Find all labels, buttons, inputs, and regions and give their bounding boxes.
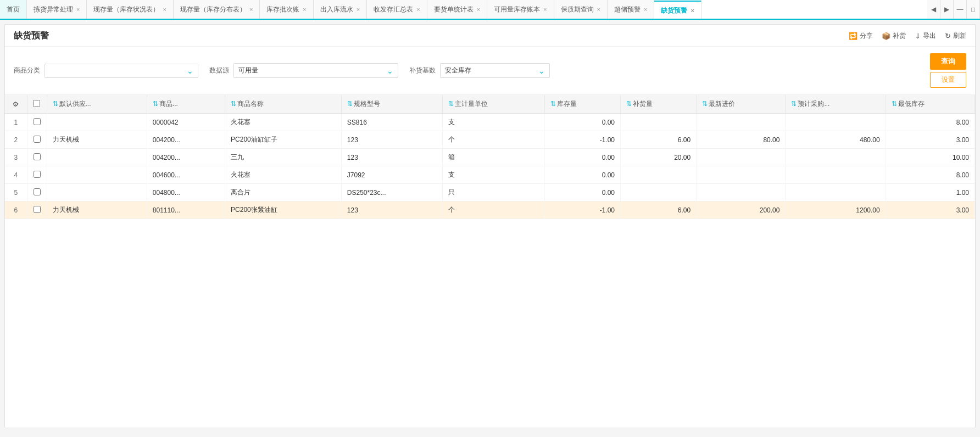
tab-close-batch-account[interactable]: × — [303, 6, 306, 13]
tab-close-shortage-warning[interactable]: × — [691, 7, 694, 14]
min-stock-column-header[interactable]: ⇅最低库存 — [886, 95, 975, 114]
est-purchase-cell — [786, 149, 886, 166]
tab-available-ledger[interactable]: 可用量库存账本× — [487, 0, 554, 19]
est-column-label: 预计采购... — [798, 100, 829, 108]
share-action[interactable]: 🔁 分享 — [849, 31, 873, 41]
spec-column-header[interactable]: ⇅规格型号 — [341, 95, 442, 114]
price-column-header[interactable]: ⇅最新进价 — [697, 95, 786, 114]
tab-label-inventory-status: 现存量（库存状况表） — [93, 5, 159, 14]
tab-label-demand-stats: 要货单统计表 — [434, 5, 474, 14]
tab-label-collect-summary: 收发存汇总表 — [374, 5, 413, 14]
filter-actions: 查询 设置 — [930, 53, 966, 88]
unit-column-header[interactable]: ⇅主计量单位 — [442, 95, 544, 114]
tab-close-inventory-status[interactable]: × — [163, 6, 166, 13]
supplier-cell — [47, 184, 147, 201]
export-action[interactable]: ⇓ 导出 — [915, 31, 936, 41]
page-title: 缺货预警 — [14, 30, 49, 42]
name-cell: 离合片 — [225, 184, 342, 201]
checkbox-column-header — [27, 95, 47, 114]
row-index: 3 — [5, 149, 27, 166]
tab-next-button[interactable]: ▶ — [940, 0, 954, 19]
min-stock-cell: 1.00 — [886, 184, 975, 201]
datasource-select[interactable]: 可用量 ⌄ — [233, 63, 398, 78]
tab-batch-account[interactable]: 库存批次账× — [260, 0, 313, 19]
tab-close-in-out-flow[interactable]: × — [357, 6, 360, 13]
row-checkbox[interactable] — [34, 171, 41, 178]
table-row: 3004200...三九123箱0.0020.0010.00 — [5, 149, 975, 166]
tab-expiry-query[interactable]: 保质期查询× — [554, 0, 608, 19]
supplier-cell — [47, 166, 147, 184]
code-cell: 801110... — [147, 201, 225, 219]
tab-close-overstock-warning[interactable]: × — [644, 6, 647, 13]
tab-prev-button[interactable]: ◀ — [927, 0, 940, 19]
tab-close-expiry-query[interactable]: × — [597, 6, 600, 13]
replenish-base-label: 补货基数 — [409, 66, 436, 75]
tab-abnormal[interactable]: 拣货异常处理× — [27, 0, 87, 19]
row-checkbox[interactable] — [34, 118, 41, 125]
est-purchase-column-header[interactable]: ⇅预计采购... — [786, 95, 886, 114]
tab-label-expiry-query: 保质期查询 — [561, 5, 594, 14]
category-select[interactable]: ⌄ — [44, 64, 198, 78]
row-checkbox[interactable] — [34, 188, 41, 195]
replenish-action[interactable]: 📦 补货 — [882, 31, 906, 41]
header-actions: 🔁 分享 📦 补货 ⇓ 导出 ↻ 刷新 — [849, 31, 966, 41]
tab-inventory-status[interactable]: 现存量（库存状况表）× — [87, 0, 173, 19]
table-row: 5004800...离合片DS250*23c...只0.001.00 — [5, 184, 975, 201]
datasource-arrow-icon: ⌄ — [387, 66, 393, 75]
stock-cell: 0.00 — [544, 184, 620, 201]
gear-column-header[interactable]: ⚙ — [5, 95, 27, 114]
price-cell — [697, 166, 786, 184]
replenish-cell — [620, 114, 696, 131]
table-header: ⚙ ⇅默认供应... ⇅商品... ⇅商品名称 ⇅规格型号 ⇅主计量单位 ⇅库存… — [5, 95, 975, 114]
row-checkbox[interactable] — [34, 153, 41, 160]
page-header: 缺货预警 🔁 分享 📦 补货 ⇓ 导出 ↻ 刷新 — [5, 25, 975, 47]
stock-column-header[interactable]: ⇅库存量 — [544, 95, 620, 114]
tab-in-out-flow[interactable]: 出入库流水× — [314, 0, 367, 19]
tab-home[interactable]: 首页 — [0, 0, 27, 19]
tab-close-abnormal[interactable]: × — [76, 6, 80, 13]
row-checkbox[interactable] — [34, 136, 41, 143]
tab-minimize-button[interactable]: — — [954, 0, 967, 19]
replenish-cell: 20.00 — [620, 149, 696, 166]
stock-column-label: 库存量 — [557, 100, 577, 108]
replenish-base-value: 安全库存 — [445, 66, 471, 75]
code-cell: 004600... — [147, 166, 225, 184]
row-checkbox-cell — [27, 149, 47, 166]
supplier-column-header[interactable]: ⇅默认供应... — [47, 95, 147, 114]
tab-label-available-ledger: 可用量库存账本 — [494, 5, 540, 14]
tab-maximize-button[interactable]: □ — [967, 0, 980, 19]
tab-close-demand-stats[interactable]: × — [477, 6, 480, 13]
tab-bar: 首页拣货异常处理×现存量（库存状况表）×现存量（库存分布表）×库存批次账×出入库… — [0, 0, 980, 20]
tab-inventory-dist[interactable]: 现存量（库存分布表）× — [174, 0, 260, 19]
spec-column-label: 规格型号 — [354, 100, 380, 108]
tab-overstock-warning[interactable]: 超储预警× — [608, 0, 654, 19]
tab-close-available-ledger[interactable]: × — [543, 6, 547, 13]
tab-shortage-warning[interactable]: 缺货预警× — [654, 1, 701, 19]
min-stock-cell: 8.00 — [886, 114, 975, 131]
table-container: ⚙ ⇅默认供应... ⇅商品... ⇅商品名称 ⇅规格型号 ⇅主计量单位 ⇅库存… — [5, 95, 975, 219]
query-button[interactable]: 查询 — [930, 53, 966, 70]
stock-cell: -1.00 — [544, 201, 620, 219]
tab-close-inventory-dist[interactable]: × — [249, 6, 253, 13]
row-checkbox-cell — [27, 114, 47, 131]
table-body: 10000042火花塞SS816支0.008.002力天机械004200...P… — [5, 114, 975, 219]
price-cell — [697, 184, 786, 201]
name-column-header[interactable]: ⇅商品名称 — [225, 95, 342, 114]
tab-demand-stats[interactable]: 要货单统计表× — [427, 0, 487, 19]
min-stock-cell: 3.00 — [886, 201, 975, 219]
settings-button[interactable]: 设置 — [930, 72, 966, 88]
code-column-header[interactable]: ⇅商品... — [147, 95, 225, 114]
tab-close-collect-summary[interactable]: × — [416, 6, 420, 13]
est-purchase-cell: 1200.00 — [786, 201, 886, 219]
replenish-cell: 6.00 — [620, 201, 696, 219]
price-column-label: 最新进价 — [709, 100, 735, 108]
select-all-checkbox[interactable] — [33, 100, 40, 107]
row-checkbox[interactable] — [34, 206, 41, 213]
table-row: 10000042火花塞SS816支0.008.00 — [5, 114, 975, 131]
tab-collect-summary[interactable]: 收发存汇总表× — [367, 0, 427, 19]
replenish-base-select[interactable]: 安全库存 ⌄ — [440, 63, 550, 78]
refresh-action[interactable]: ↻ 刷新 — [945, 31, 966, 41]
replenish-column-header[interactable]: ⇅补货量 — [620, 95, 696, 114]
row-checkbox-cell — [27, 201, 47, 219]
unit-cell: 箱 — [442, 149, 544, 166]
